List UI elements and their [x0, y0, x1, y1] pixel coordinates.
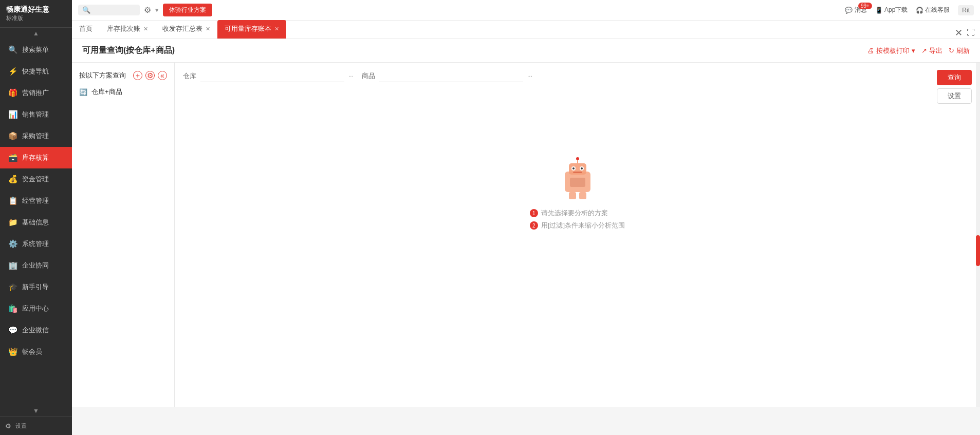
topbar-right: 💬 消息 99+ 📱 App下载 🎧 在线客服 Rit: [845, 5, 974, 15]
svg-rect-8: [569, 192, 576, 199]
page-header: 可用量查询(按仓库+商品) 🖨 按模板打印 ▾ ↗ 导出 ↻ 刷新: [72, 39, 980, 63]
sidebar-item-新手引导[interactable]: 🎓新手引导: [0, 276, 72, 298]
sidebar-icon-5: 🗃️: [8, 153, 18, 162]
page-content: 可用量查询(按仓库+商品) 🖨 按模板打印 ▾ ↗ 导出 ↻ 刷新: [72, 39, 980, 435]
filter-panel-title: 按以下方案查询: [79, 71, 126, 80]
tab-close-2[interactable]: ✕: [206, 26, 210, 32]
sidebar-icon-0: 🔍: [8, 45, 18, 54]
tab-label-3: 可用量库存账本: [225, 24, 271, 33]
goods-input[interactable]: [379, 70, 523, 82]
sidebar-scroll-up[interactable]: ▲: [0, 28, 72, 39]
sidebar-icon-11: 🎓: [8, 282, 18, 292]
tabs-bar: 首页库存批次账✕收发存汇总表✕可用量库存账本✕ ✕ ⛶: [72, 21, 980, 39]
sidebar-icon-12: 🛍️: [8, 304, 18, 313]
sidebar-icon-8: 📁: [8, 218, 18, 227]
export-label: 导出: [929, 46, 942, 55]
sidebar-item-label-3: 销售管理: [22, 110, 49, 119]
sidebar-scroll-down[interactable]: ▼: [0, 405, 72, 417]
user-label: Rit: [962, 7, 970, 14]
search-icon: 🔍: [82, 6, 90, 14]
sidebar-item-库存核算[interactable]: 🗃️库存核算: [0, 147, 72, 168]
refresh-btn[interactable]: ↻ 刷新: [949, 46, 970, 55]
online-service-btn[interactable]: 🎧 在线客服: [916, 6, 950, 14]
sidebar-item-搜索菜单[interactable]: 🔍搜索菜单: [0, 39, 72, 61]
page-title: 可用量查询(按仓库+商品): [82, 45, 175, 56]
query-button[interactable]: 查询: [937, 70, 972, 85]
content-area: 按以下方案查询 + ⚙ « 🔄 仓库+商品 仓库: [72, 63, 980, 407]
app-subtitle: 标准版: [6, 14, 66, 22]
sidebar-item-企业协同[interactable]: 🏢企业协同: [0, 255, 72, 276]
manage-scheme-icon[interactable]: ⚙: [145, 71, 155, 80]
tab-close-1[interactable]: ✕: [143, 26, 148, 32]
sidebar-item-label-4: 采购管理: [22, 131, 49, 141]
sidebar-bottom-label: 设置: [15, 422, 27, 430]
add-scheme-icon[interactable]: +: [133, 71, 142, 80]
sidebar-item-企业微信[interactable]: 💬企业微信: [0, 319, 72, 341]
sidebar-icon-1: ⚡: [8, 67, 18, 76]
sidebar-icon-14: 👑: [8, 347, 18, 356]
sidebar-item-label-13: 企业微信: [22, 326, 49, 335]
settings-button[interactable]: 设置: [937, 88, 972, 104]
sidebar: 畅康通好生意 标准版 ▲ 🔍搜索菜单⚡快捷导航🎁营销推广📊销售管理📦采购管理🗃️…: [0, 0, 72, 435]
empty-state: 1 请先选择要分析的方案 2 用[过滤]条件来缩小分析范围: [183, 90, 972, 296]
sidebar-item-应用中心[interactable]: 🛍️应用中心: [0, 298, 72, 319]
expand-tab-icon[interactable]: ⛶: [967, 28, 975, 37]
print-btn[interactable]: 🖨 按模板打印 ▾: [867, 46, 915, 55]
tab-可用量库存账本[interactable]: 可用量库存账本✕: [217, 20, 286, 39]
export-btn[interactable]: ↗ 导出: [921, 46, 942, 55]
app-download-btn[interactable]: 📱 App下载: [875, 6, 908, 14]
app-title: 畅康通好生意: [6, 5, 66, 14]
settings-icon: ⚙: [5, 422, 11, 430]
tab-库存批次账[interactable]: 库存批次账✕: [100, 20, 155, 39]
warehouse-label: 仓库: [183, 71, 196, 81]
filter-item-label: 仓库+商品: [91, 87, 122, 97]
dropdown-icon[interactable]: ▾: [155, 6, 159, 14]
empty-tips: 1 请先选择要分析的方案 2 用[过滤]条件来缩小分析范围: [530, 209, 625, 230]
tab-收发存汇总表[interactable]: 收发存汇总表✕: [155, 20, 217, 39]
sidebar-item-label-7: 经营管理: [22, 196, 49, 205]
sidebar-item-营销推广[interactable]: 🎁营销推广: [0, 82, 72, 104]
sidebar-item-系统管理[interactable]: ⚙️系统管理: [0, 233, 72, 255]
sidebar-item-label-8: 基础信息: [22, 218, 49, 227]
sidebar-item-label-5: 库存核算: [22, 153, 49, 162]
sidebar-item-经营管理[interactable]: 📋经营管理: [0, 190, 72, 212]
right-scrollbar[interactable]: [976, 63, 980, 407]
goods-more-btn[interactable]: ···: [527, 72, 532, 80]
close-tab-icon[interactable]: ✕: [955, 27, 963, 39]
print-icon: 🖨: [867, 47, 874, 54]
tip-num-1: 1: [530, 209, 538, 217]
trial-button[interactable]: 体验行业方案: [163, 4, 212, 16]
sidebar-item-快捷导航[interactable]: ⚡快捷导航: [0, 61, 72, 82]
sidebar-item-采购管理[interactable]: 📦采购管理: [0, 125, 72, 147]
sidebar-item-资金管理[interactable]: 💰资金管理: [0, 168, 72, 190]
main-area: 🔍 ⚙ ▾ 体验行业方案 💬 消息 99+ 📱 App下载 🎧 在线客服 Rit: [72, 0, 980, 435]
refresh-icon: ↻: [949, 47, 954, 54]
svg-rect-9: [579, 192, 586, 199]
tab-close-3[interactable]: ✕: [274, 26, 279, 32]
tab-label-1: 库存批次账: [107, 24, 140, 33]
collapse-panel-icon[interactable]: «: [158, 71, 167, 80]
search-box[interactable]: 🔍: [78, 5, 140, 15]
filter-item-warehouse-goods[interactable]: 🔄 仓库+商品: [72, 83, 174, 101]
tip-2: 2 用[过滤]条件来缩小分析范围: [530, 221, 625, 230]
tip-text-1: 请先选择要分析的方案: [541, 209, 608, 218]
sidebar-icon-3: 📊: [8, 110, 18, 119]
sidebar-item-基础信息[interactable]: 📁基础信息: [0, 212, 72, 233]
sidebar-item-label-6: 资金管理: [22, 175, 49, 184]
gear-icon[interactable]: ⚙: [144, 5, 151, 15]
sidebar-item-label-1: 快捷导航: [22, 67, 49, 76]
sidebar-item-label-10: 企业协同: [22, 261, 49, 270]
sidebar-item-label-9: 系统管理: [22, 239, 49, 249]
filter-panel: 按以下方案查询 + ⚙ « 🔄 仓库+商品: [72, 63, 175, 407]
search-input[interactable]: [93, 7, 134, 14]
warehouse-input[interactable]: [200, 70, 344, 82]
sidebar-item-畅会员[interactable]: 👑畅会员: [0, 341, 72, 363]
warehouse-more-btn[interactable]: ···: [348, 72, 354, 80]
tab-首页[interactable]: 首页: [72, 20, 100, 39]
sidebar-item-销售管理[interactable]: 📊销售管理: [0, 104, 72, 125]
print-dropdown-icon[interactable]: ▾: [912, 47, 915, 54]
tabs-actions: ✕ ⛶: [950, 27, 980, 39]
svg-point-11: [576, 157, 579, 160]
message-btn[interactable]: 💬 消息 99+: [845, 6, 867, 14]
user-info[interactable]: Rit: [958, 5, 974, 15]
